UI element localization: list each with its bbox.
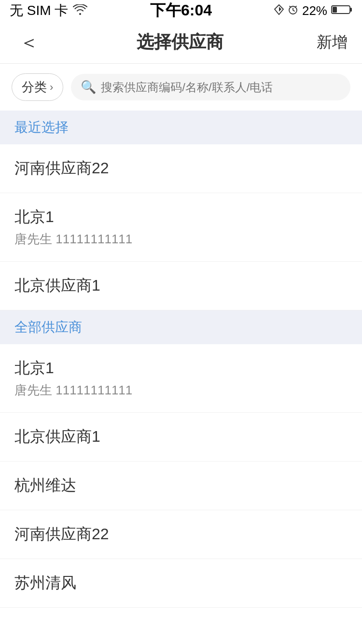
search-input[interactable] — [101, 81, 341, 94]
list-item[interactable]: 杭州维达 — [0, 462, 362, 510]
item-name: 北京1 — [14, 358, 348, 379]
page-title: 选择供应商 — [137, 30, 223, 54]
list-item[interactable]: 苏州清风 — [0, 559, 362, 608]
alarm-icon — [288, 3, 298, 18]
recent-list: 河南供应商22北京1唐先生 11111111111北京供应商1 — [0, 144, 362, 310]
status-left: 无 SIM 卡 — [10, 1, 87, 20]
item-name: 苏州清风 — [14, 573, 348, 594]
recent-section-header: 最近选择 — [0, 111, 362, 144]
item-name: 杭州维达 — [14, 475, 348, 496]
category-filter[interactable]: 分类 › — [12, 73, 63, 101]
list-item[interactable]: 北京1唐先生 11111111111 — [0, 193, 362, 262]
list-item[interactable]: 河南供应商22 — [0, 144, 362, 193]
item-name: 北京1 — [14, 207, 348, 228]
search-icon: 🔍 — [81, 80, 96, 95]
list-item[interactable]: 北京供应商1 — [0, 262, 362, 310]
location-icon — [274, 3, 284, 18]
status-time: 下午6:04 — [150, 0, 212, 21]
all-list: 北京1唐先生 11111111111北京供应商1杭州维达河南供应商22苏州清风 — [0, 344, 362, 608]
svg-rect-2 — [350, 8, 352, 12]
category-label: 分类 — [22, 79, 47, 96]
list-item[interactable]: 河南供应商22 — [0, 510, 362, 559]
add-button[interactable]: 新增 — [317, 32, 348, 53]
list-item[interactable]: 北京供应商1 — [0, 413, 362, 462]
battery-icon — [331, 3, 352, 18]
back-button[interactable]: ＜ — [14, 24, 43, 60]
battery-percentage: 22% — [302, 3, 327, 18]
svg-rect-3 — [333, 7, 337, 13]
filter-bar: 分类 › 🔍 — [0, 64, 362, 111]
item-name: 北京供应商1 — [14, 426, 348, 448]
status-right: 22% — [274, 3, 352, 18]
item-name: 北京供应商1 — [14, 275, 348, 296]
carrier-label: 无 SIM 卡 — [10, 1, 68, 20]
wifi-icon — [73, 3, 87, 18]
search-box: 🔍 — [71, 74, 350, 100]
all-section-header: 全部供应商 — [0, 310, 362, 344]
list-item[interactable]: 北京1唐先生 11111111111 — [0, 344, 362, 413]
chevron-right-icon: › — [50, 81, 53, 94]
item-name: 河南供应商22 — [14, 158, 348, 179]
item-name: 河南供应商22 — [14, 524, 348, 545]
item-sub: 唐先生 11111111111 — [14, 382, 348, 399]
item-sub: 唐先生 11111111111 — [14, 231, 348, 248]
nav-bar: ＜ 选择供应商 新增 — [0, 21, 362, 64]
status-bar: 无 SIM 卡 下午6:04 22% — [0, 0, 362, 21]
